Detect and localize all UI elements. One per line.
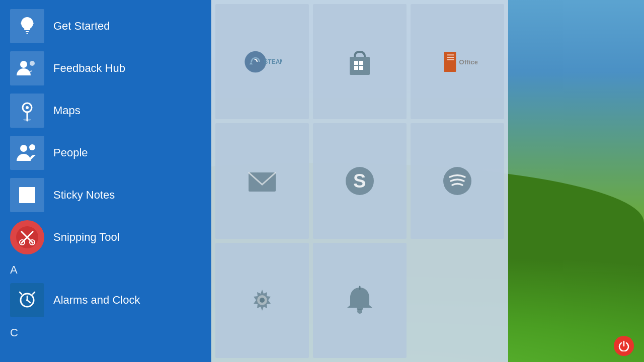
- svg-point-6: [26, 106, 29, 109]
- tile-mail[interactable]: [215, 123, 309, 238]
- section-letter-c: C: [0, 321, 211, 342]
- tile-office[interactable]: Office: [411, 4, 504, 119]
- sidebar-item-alarms-clock[interactable]: Alarms and Clock: [0, 279, 211, 321]
- app-list: Get Started Feedback Hub: [0, 0, 211, 362]
- sticky-notes-icon: [10, 178, 44, 212]
- alarms-clock-icon: [10, 283, 44, 317]
- svg-rect-31: [447, 57, 454, 58]
- tiles-panel: STEAM: [211, 0, 508, 362]
- tile-skype[interactable]: S: [313, 123, 407, 238]
- get-started-icon: [10, 9, 44, 43]
- section-letter-a: A: [0, 258, 211, 279]
- svg-line-19: [20, 292, 22, 294]
- svg-rect-30: [447, 54, 454, 55]
- sidebar-item-people[interactable]: People: [0, 132, 211, 174]
- svg-text:STEAM: STEAM: [264, 58, 282, 65]
- svg-point-21: [26, 299, 28, 301]
- svg-rect-27: [354, 66, 358, 70]
- get-started-label: Get Started: [53, 20, 110, 33]
- snipping-tool-icon: [10, 220, 44, 254]
- svg-line-20: [33, 292, 35, 294]
- svg-point-40: [260, 298, 265, 303]
- svg-point-3: [20, 61, 27, 68]
- alarms-clock-label: Alarms and Clock: [53, 294, 140, 307]
- feedback-hub-label: Feedback Hub: [53, 62, 125, 75]
- svg-point-42: [357, 309, 362, 314]
- mail-tile-icon: [242, 161, 282, 201]
- tile-store[interactable]: [313, 4, 407, 119]
- svg-rect-25: [354, 61, 358, 65]
- tile-steam[interactable]: STEAM: [215, 4, 309, 119]
- sidebar-item-sticky-notes[interactable]: Sticky Notes: [0, 174, 211, 216]
- skype-tile-icon: S: [340, 161, 380, 201]
- svg-point-8: [20, 145, 27, 152]
- svg-rect-26: [359, 61, 363, 65]
- office-tile-icon: Office: [437, 42, 477, 82]
- svg-point-4: [30, 61, 35, 66]
- svg-rect-10: [19, 187, 35, 203]
- people-icon: [10, 136, 44, 170]
- svg-text:Office: Office: [459, 58, 477, 66]
- feedback-hub-icon: [10, 51, 44, 85]
- svg-point-22: [245, 51, 266, 72]
- svg-rect-28: [359, 66, 363, 70]
- svg-rect-32: [447, 59, 454, 60]
- snipping-tool-label: Snipping Tool: [53, 231, 120, 244]
- start-menu: Get Started Feedback Hub: [0, 0, 508, 362]
- sticky-notes-label: Sticky Notes: [53, 189, 115, 202]
- sidebar-item-maps[interactable]: Maps: [0, 89, 211, 132]
- maps-icon: [10, 94, 44, 128]
- people-label: People: [53, 146, 88, 159]
- sidebar-item-feedback-hub[interactable]: Feedback Hub: [0, 47, 211, 89]
- maps-label: Maps: [53, 104, 80, 117]
- store-tile-icon: [340, 42, 380, 82]
- svg-text:S: S: [353, 170, 366, 192]
- settings-tile-icon: [242, 280, 282, 320]
- sidebar-item-get-started[interactable]: Get Started: [0, 5, 211, 47]
- sidebar-item-snipping-tool[interactable]: Snipping Tool: [0, 216, 211, 258]
- svg-point-37: [443, 167, 471, 195]
- tile-spotify[interactable]: [411, 123, 504, 238]
- svg-point-7: [23, 119, 31, 121]
- svg-point-9: [29, 144, 35, 150]
- spotify-tile-icon: [437, 161, 477, 201]
- notifications-tile-icon: [340, 280, 380, 320]
- tile-settings[interactable]: [215, 243, 309, 358]
- tile-notifications[interactable]: [313, 243, 407, 358]
- steam-tile-icon: STEAM: [242, 42, 282, 82]
- power-button[interactable]: [614, 336, 634, 356]
- tile-empty: [411, 243, 504, 358]
